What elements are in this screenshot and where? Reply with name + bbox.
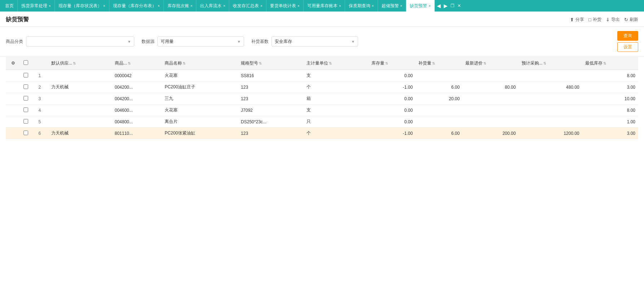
row-spec: J7092	[238, 105, 304, 116]
tab-库存批次账[interactable]: 库存批次账 ×	[164, 0, 197, 12]
row-supplier: 力天机械	[48, 81, 112, 93]
row-min-stock: 3.00	[582, 81, 638, 93]
tab-close-要货单统计表[interactable]: ×	[297, 4, 300, 8]
goods-category-select[interactable]: ▼	[26, 36, 134, 47]
row-num: 3	[31, 93, 48, 105]
row-checkbox[interactable]	[23, 96, 28, 101]
row-checkbox[interactable]	[23, 119, 28, 124]
col-spec: 规格型号⇅	[238, 57, 304, 70]
tab-close-库存批次账[interactable]: ×	[191, 4, 193, 8]
min-stock-sort-icon: ⇅	[603, 61, 606, 65]
col-checkbox	[20, 57, 31, 70]
row-latest-price	[462, 93, 518, 105]
header-actions: ⬆ 分享 □ 补货 ⇓ 导出 ↻ 刷新	[570, 17, 638, 23]
row-latest-price	[462, 70, 518, 81]
row-spec: SS816	[238, 70, 304, 81]
tab-要货单统计表[interactable]: 要货单统计表 ×	[266, 0, 304, 12]
row-checkbox[interactable]	[23, 131, 28, 135]
goods-code-sort-icon: ⇅	[128, 61, 131, 65]
row-spec: 123	[238, 81, 304, 93]
row-settings-cell	[6, 81, 20, 93]
tab-scroll-left[interactable]: ◀	[435, 0, 442, 12]
column-settings-icon[interactable]: ⚙	[9, 59, 17, 67]
row-stock-qty: 0.00	[369, 116, 415, 128]
row-checkbox-cell	[20, 128, 31, 139]
replenish-base-label: 补货基数	[251, 39, 269, 45]
row-latest-price	[462, 105, 518, 116]
row-stock-qty: -1.00	[369, 128, 415, 139]
row-est-purchase: 1200.00	[519, 128, 582, 139]
replenish-base-select[interactable]: 安全库存 ▼	[271, 36, 358, 47]
tab-scroll-right[interactable]: ▶	[442, 0, 449, 12]
table-row: 5 004800... 离合片 DS250*23c... 只 0.00 1.00	[6, 116, 638, 128]
tab-超储预警[interactable]: 超储预警 ×	[378, 0, 406, 12]
tab-close-出入库流水[interactable]: ×	[223, 4, 225, 8]
tab-close-现存量库存分布表[interactable]: ×	[158, 4, 160, 8]
row-unit: 支	[304, 105, 369, 116]
table-row: 4 004600... 火花塞 J7092 支 0.00 8.00	[6, 105, 638, 116]
row-latest-price: 80.00	[462, 81, 518, 93]
row-spec: DS250*23c...	[238, 116, 304, 128]
tab-现存量库存状况表[interactable]: 现存量（库存状况表） ×	[55, 0, 109, 12]
row-stock-qty: 0.00	[369, 105, 415, 116]
row-goods-code: 004200...	[112, 93, 162, 105]
row-checkbox[interactable]	[23, 73, 28, 78]
replenish-button[interactable]: □ 补货	[588, 17, 601, 23]
tab-close-现存量库存状况表[interactable]: ×	[103, 4, 105, 8]
row-settings-cell	[6, 116, 20, 128]
select-all-checkbox[interactable]	[23, 60, 28, 65]
row-latest-price	[462, 116, 518, 128]
tab-close-可用量库存账本[interactable]: ×	[339, 4, 341, 8]
query-button[interactable]: 查询	[617, 31, 638, 41]
window-restore[interactable]: ❐	[449, 0, 456, 12]
row-replenish-qty	[415, 70, 462, 81]
tab-close-拣货异常处理[interactable]: ×	[49, 4, 51, 8]
settings-button[interactable]: 设置	[617, 42, 638, 52]
data-source-label: 数据源	[142, 39, 155, 45]
row-supplier	[48, 116, 112, 128]
tab-可用量库存账本[interactable]: 可用量库存账本 ×	[304, 0, 345, 12]
tab-close-超储预警[interactable]: ×	[400, 4, 402, 8]
row-unit: 支	[304, 70, 369, 81]
tab-首页[interactable]: 首页	[1, 0, 18, 12]
supplier-sort-icon: ⇅	[73, 61, 76, 65]
tab-拣货异常处理[interactable]: 拣货异常处理 ×	[18, 0, 55, 12]
col-replenish-qty: 补货量⇅	[415, 57, 462, 70]
col-settings: ⚙	[6, 57, 20, 70]
table-row: 1 0000042 火花塞 SS816 支 0.00 8.00	[6, 70, 638, 81]
tab-现存量库存分布表[interactable]: 现存量（库存分布表） ×	[109, 0, 164, 12]
unit-sort-icon: ⇅	[329, 61, 332, 65]
row-goods-name: 离合片	[162, 116, 238, 128]
tab-close-保质期查询[interactable]: ×	[372, 4, 374, 8]
tab-收发存汇总表[interactable]: 收发存汇总表 ×	[229, 0, 266, 12]
refresh-button[interactable]: ↻ 刷新	[624, 17, 638, 23]
row-spec: 123	[238, 128, 304, 139]
window-close[interactable]: ✕	[456, 0, 462, 12]
row-min-stock: 1.00	[582, 116, 638, 128]
row-replenish-qty: 20.00	[415, 93, 462, 105]
share-button[interactable]: ⬆ 分享	[570, 17, 584, 23]
data-source-select[interactable]: 可用量 ▼	[157, 36, 244, 47]
row-spec: 123	[238, 93, 304, 105]
row-checkbox-cell	[20, 105, 31, 116]
replenish-base-filter: 补货基数 安全库存 ▼	[251, 36, 358, 47]
tab-close-缺货预警[interactable]: ×	[428, 4, 431, 8]
export-button[interactable]: ⇓ 导出	[606, 17, 620, 23]
row-stock-qty: 0.00	[369, 93, 415, 105]
tab-缺货预警[interactable]: 缺货预警 ×	[406, 0, 435, 12]
row-supplier	[48, 70, 112, 81]
tab-出入库流水[interactable]: 出入库流水 ×	[196, 0, 229, 12]
row-est-purchase	[519, 70, 582, 81]
row-stock-qty: 0.00	[369, 70, 415, 81]
filter-action-buttons: 查询 设置	[617, 31, 638, 52]
goods-category-chevron-icon: ▼	[127, 40, 131, 44]
row-supplier: 力天机械	[48, 128, 112, 139]
tab-保质期查询[interactable]: 保质期查询 ×	[345, 0, 378, 12]
tab-close-收发存汇总表[interactable]: ×	[260, 4, 262, 8]
row-checkbox[interactable]	[23, 84, 28, 89]
row-supplier	[48, 93, 112, 105]
row-checkbox[interactable]	[23, 107, 28, 112]
col-unit: 主计量单位⇅	[304, 57, 369, 70]
goods-name-sort-icon: ⇅	[183, 61, 186, 65]
col-default-supplier: 默认供应...⇅	[48, 57, 112, 70]
